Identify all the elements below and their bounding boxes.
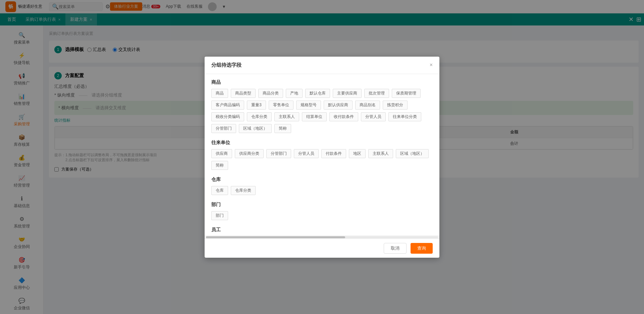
tag-goods-6[interactable]: 批次管理	[364, 89, 389, 98]
tag-goods-18[interactable]: 结算单位	[302, 112, 327, 121]
tag-wh-1[interactable]: 仓库分类	[231, 186, 256, 195]
hscrollbar-thumb	[206, 236, 345, 238]
section-partners-title: 往来单位	[211, 140, 433, 146]
tag-partner-8[interactable]: 简称	[211, 161, 228, 170]
tag-goods-23[interactable]: 区域（地区）	[239, 124, 272, 133]
tag-goods-8[interactable]: 客户商品编码	[211, 101, 244, 110]
goods-field-tags: 商品 商品类型 商品分类 产地 默认仓库 主要供应商 批次管理 保质期管理 客户…	[211, 89, 433, 133]
tag-goods-21[interactable]: 往来单位分类	[388, 112, 421, 121]
section-dept-title: 部门	[211, 202, 433, 208]
hscrollbar-track	[206, 236, 438, 238]
confirm-button[interactable]: 查询	[411, 243, 433, 254]
tag-goods-16[interactable]: 仓库分类	[247, 112, 272, 121]
tag-goods-13[interactable]: 商品别名	[355, 101, 380, 110]
tag-wh-0[interactable]: 仓库	[211, 186, 228, 195]
tag-goods-22[interactable]: 分管部门	[211, 124, 236, 133]
section-warehouse: 仓库 仓库 仓库分类	[211, 177, 433, 195]
tag-partner-1[interactable]: 供应商分类	[235, 149, 264, 158]
modal-hscrollbar[interactable]	[205, 236, 439, 239]
tag-goods-19[interactable]: 收付款条件	[329, 112, 358, 121]
tag-goods-12[interactable]: 默认供应商	[324, 101, 353, 110]
tag-dept-0[interactable]: 部门	[211, 211, 228, 220]
tag-partner-6[interactable]: 主联系人	[368, 149, 393, 158]
tag-goods-7[interactable]: 保质期管理	[392, 89, 421, 98]
tag-partner-5[interactable]: 地区	[349, 149, 366, 158]
modal-title: 分组待选字段	[211, 62, 241, 68]
tag-goods-24[interactable]: 简称	[274, 124, 291, 133]
tag-goods-1[interactable]: 商品类型	[231, 89, 256, 98]
tag-partner-7[interactable]: 区域（地区）	[396, 149, 429, 158]
tag-goods-14[interactable]: 拣货积分	[383, 101, 408, 110]
modal-header: 分组待选字段 ×	[205, 57, 439, 74]
tag-goods-11[interactable]: 规格型号	[296, 101, 321, 110]
tag-goods-2[interactable]: 商品分类	[258, 89, 283, 98]
cancel-button[interactable]: 取消	[384, 243, 407, 254]
section-dept: 部门 部门	[211, 202, 433, 220]
partners-field-tags: 供应商 供应商分类 分管部门 分管人员 付款条件 地区 主联系人 区域（地区） …	[211, 149, 433, 170]
field-select-modal: 分组待选字段 × 商品 商品 商品类型 商品分类 产地 默认仓库 主要供应商 批…	[205, 57, 439, 258]
tag-goods-20[interactable]: 分管人员	[361, 112, 386, 121]
tag-partner-0[interactable]: 供应商	[211, 149, 232, 158]
dept-field-tags: 部门	[211, 211, 433, 220]
tag-goods-9[interactable]: 重量3	[247, 101, 266, 110]
modal-footer: 取消 查询	[205, 239, 439, 258]
tag-partner-4[interactable]: 付款条件	[321, 149, 346, 158]
tag-goods-4[interactable]: 默认仓库	[305, 89, 330, 98]
tag-partner-2[interactable]: 分管部门	[266, 149, 291, 158]
tag-goods-3[interactable]: 产地	[286, 89, 303, 98]
section-partners: 往来单位 供应商 供应商分类 分管部门 分管人员 付款条件 地区 主联系人 区域…	[211, 140, 433, 170]
tag-goods-10[interactable]: 零售单位	[269, 101, 293, 110]
section-goods: 商品 商品 商品类型 商品分类 产地 默认仓库 主要供应商 批次管理 保质期管理…	[211, 79, 433, 133]
section-goods-title: 商品	[211, 79, 433, 85]
modal-close-btn[interactable]: ×	[430, 62, 433, 68]
modal-overlay: 分组待选字段 × 商品 商品 商品类型 商品分类 产地 默认仓库 主要供应商 批…	[0, 0, 644, 314]
section-employee: 员工 业务员	[211, 227, 433, 236]
modal-body: 商品 商品 商品类型 商品分类 产地 默认仓库 主要供应商 批次管理 保质期管理…	[205, 74, 439, 236]
tag-goods-17[interactable]: 主联系人	[274, 112, 299, 121]
tag-goods-5[interactable]: 主要供应商	[333, 89, 362, 98]
tag-partner-3[interactable]: 分管人员	[294, 149, 319, 158]
section-employee-title: 员工	[211, 227, 433, 233]
warehouse-field-tags: 仓库 仓库分类	[211, 186, 433, 195]
section-warehouse-title: 仓库	[211, 177, 433, 183]
tag-goods-0[interactable]: 商品	[211, 89, 228, 98]
tag-goods-15[interactable]: 税收分类编码	[211, 112, 244, 121]
